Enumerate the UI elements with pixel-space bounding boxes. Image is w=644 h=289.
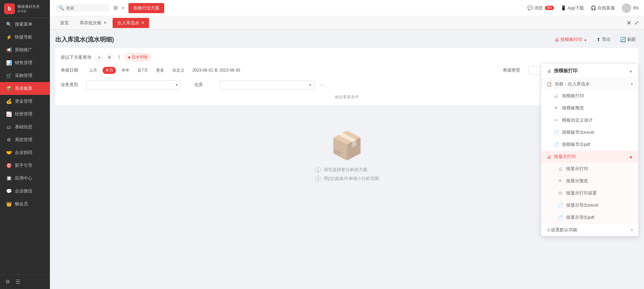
tab-flow-close-icon[interactable]: ✕ xyxy=(141,21,144,25)
sidebar-item-quicknav[interactable]: ⚡ 快捷导航 xyxy=(0,31,50,44)
chevron-up-icon: ▲ xyxy=(584,38,587,42)
date-last7[interactable]: 近7天 xyxy=(135,67,151,74)
empty-hint-2: 2 用[过滤]条件来缩小分析范围 xyxy=(315,176,379,182)
date-this-month[interactable]: 本月 xyxy=(103,67,116,74)
fullscreen-icon[interactable]: ⤢ xyxy=(634,20,639,26)
date-more[interactable]: 更多 xyxy=(153,67,167,74)
tab-flow[interactable]: 出入库流水 ✕ xyxy=(113,18,149,28)
crown-icon: 👑 xyxy=(5,201,12,207)
panel-item-template-preview[interactable]: 👁 按模板预览 xyxy=(541,102,638,114)
print-template-button[interactable]: 🖨 按模板打印 ▲ xyxy=(552,35,590,44)
message-button[interactable]: 💬 消息 99+ xyxy=(527,5,554,11)
tab-home[interactable]: 首页 xyxy=(55,18,74,28)
avatar xyxy=(622,3,631,13)
defaults-icon: ⚙ xyxy=(547,227,551,233)
refresh-button[interactable]: 🔄 刷新 xyxy=(617,35,639,44)
display-print-icon: 🖨 xyxy=(557,166,563,172)
message-icon: 💬 xyxy=(527,5,533,10)
warehouse-select[interactable] xyxy=(220,80,314,89)
panel-subitem-display-print[interactable]: 🖨 按显示打印 xyxy=(541,163,638,175)
trial-button[interactable]: 体验行业方案 xyxy=(128,3,164,13)
date-last-month[interactable]: 上月 xyxy=(86,67,100,74)
panel-current[interactable]: 📋 当前：出入库流水 ▾ xyxy=(541,78,638,90)
user-profile[interactable]: Rit xyxy=(622,3,639,13)
biz-type-label: 业务类型 xyxy=(61,82,81,88)
print-icon: 🖨 xyxy=(554,37,559,42)
tab-batch[interactable]: 库存批次账 ✕ xyxy=(75,18,111,28)
sidebar-item-marketing[interactable]: 📢 营销推广 xyxy=(0,44,50,56)
sidebar-item-vip[interactable]: 👑 畅会员 xyxy=(0,198,50,210)
warehouse-more-icon[interactable]: ··· xyxy=(320,82,324,88)
page-actions: 🖨 按模板打印 ▲ ⬆ 导出 🔄 刷新 xyxy=(552,35,639,44)
biz-type-select-wrapper xyxy=(86,80,181,89)
excel-icon: 📄 xyxy=(553,130,559,135)
panel-item-template-print[interactable]: 🖨 按模板打印 xyxy=(541,90,638,102)
biz-type-select[interactable] xyxy=(86,80,181,89)
filter-settings-button[interactable]: ⚙ xyxy=(106,54,113,61)
message-badge: 99+ xyxy=(545,6,554,10)
filter-top-row: 按以下方案查询 + ⚙ 《 流水明细 xyxy=(61,53,633,61)
sidebar-item-sales[interactable]: 📊 销售管理 xyxy=(0,56,50,69)
sidebar-item-guide[interactable]: 🎯 新手引导 xyxy=(0,159,50,172)
panel-item-template-pdf[interactable]: 📄 按模板导出pdf xyxy=(541,138,638,151)
sidebar-item-finance[interactable]: 💰 资金管理 xyxy=(0,95,50,108)
panel-title: 🖨 按模板打印 xyxy=(547,68,578,74)
panel-display-section[interactable]: 🖨 按显示打印 ▲ xyxy=(541,151,638,163)
panel-subitem-display-pdf[interactable]: 📄 按显示导出pdf xyxy=(541,211,638,224)
tabs-right-actions: ✕ ⤢ xyxy=(626,19,639,27)
display-excel-icon: 📄 xyxy=(557,203,563,208)
tab-batch-close-icon[interactable]: ✕ xyxy=(104,21,107,25)
close-all-tabs-icon[interactable]: ✕ xyxy=(626,19,632,27)
online-service-button[interactable]: 🎧 在线客服 xyxy=(591,5,615,11)
sidebar-item-basic[interactable]: 🗂 基础信息 xyxy=(0,121,50,133)
sidebar-item-collab[interactable]: 🤝 企业协同 xyxy=(0,146,50,159)
eye-icon: 👁 xyxy=(553,105,559,111)
trending-icon: 📈 xyxy=(5,111,12,117)
sidebar-item-system[interactable]: ⚙ 系统管理 xyxy=(0,133,50,146)
sidebar-item-appstore[interactable]: 🔲 应用中心 xyxy=(0,172,50,185)
collapse-button[interactable]: 收起更多条件 xyxy=(335,94,359,100)
pdf-icon: 📄 xyxy=(553,142,559,147)
filter-tag-item[interactable]: 流水明细 xyxy=(124,53,151,61)
money-icon: 💰 xyxy=(5,99,12,104)
topbar-chevron-icon[interactable]: ▾ xyxy=(122,5,124,10)
printer-icon: 🖨 xyxy=(553,93,559,99)
panel-subitem-display-preview[interactable]: 👁 按显示预览 xyxy=(541,175,638,187)
flash-icon: ⚡ xyxy=(5,34,12,40)
empty-hints: 1 请先选择要分析的方案 2 用[过滤]条件来缩小分析范围 xyxy=(315,167,379,182)
panel-collapse-icon[interactable]: ▲ xyxy=(629,69,633,73)
mobile-icon: 📱 xyxy=(561,5,566,10)
panel-item-template-customize[interactable]: ✏ 模板自定义设计 xyxy=(541,114,638,126)
chart-icon: 📊 xyxy=(5,60,12,65)
topbar-gear-icon[interactable]: ⚙ xyxy=(113,5,118,11)
filter-controls: 按以下方案查询 + ⚙ 《 xyxy=(61,54,120,61)
export-button[interactable]: ⬆ 导出 xyxy=(594,35,613,44)
date-custom[interactable]: 自定义 xyxy=(170,67,187,74)
search-icon: 🔍 xyxy=(5,22,12,27)
search-icon: 🔍 xyxy=(59,5,64,10)
panel-subitem-display-excel[interactable]: 📄 按显示导出excel xyxy=(541,199,638,211)
panel-subitem-display-settings[interactable]: ⚙ 按显示打印设置 xyxy=(541,187,638,199)
gear-icon: ⚙ xyxy=(5,137,12,142)
topbar-right: 💬 消息 99+ 📱 App下载 🎧 在线客服 Rit xyxy=(527,3,639,13)
panel-footer-defaults[interactable]: ⚙ 设置默认功能 ▾ xyxy=(541,224,638,236)
content-area: 出入库流水(流水明细) 🖨 按模板打印 ▲ ⬆ 导出 🔄 刷新 xyxy=(50,30,644,289)
date-this-year[interactable]: 本年 xyxy=(119,67,132,74)
display-print-section-icon: 🖨 xyxy=(547,154,551,159)
panel-header: 🖨 按模板打印 ▲ xyxy=(541,64,638,78)
add-filter-button[interactable]: + xyxy=(95,54,103,61)
sidebar-item-wechat[interactable]: 💬 企业微信 xyxy=(0,185,50,198)
filter-arrows-icon[interactable]: 《 xyxy=(116,54,120,60)
settings-icon[interactable]: ⚙ xyxy=(5,279,10,285)
panel-item-template-excel[interactable]: 📄 按模板导出excel xyxy=(541,126,638,138)
app-download-button[interactable]: 📱 App下载 xyxy=(561,5,584,11)
sidebar-item-operations[interactable]: 📈 经营管理 xyxy=(0,108,50,121)
sidebar-item-purchase[interactable]: 🛒 采购管理 xyxy=(0,69,50,82)
sidebar-item-inventory[interactable]: 📦 库存核算 xyxy=(0,82,50,95)
sidebar-item-search[interactable]: 🔍 搜索菜单 xyxy=(0,18,50,31)
menu-toggle-icon[interactable]: ☰ xyxy=(16,279,20,285)
search-input[interactable] xyxy=(66,6,100,10)
empty-illustration: 📦 xyxy=(330,130,364,161)
print-dropdown-panel: 🖨 按模板打印 ▲ 📋 当前：出入库流水 ▾ 🖨 按模板打印 👁 按模 xyxy=(541,63,639,236)
sidebar: b 畅捷通好生意 标准版 🔍 搜索菜单 ⚡ 快捷导航 📢 营销推广 📊 销售管理… xyxy=(0,0,50,289)
